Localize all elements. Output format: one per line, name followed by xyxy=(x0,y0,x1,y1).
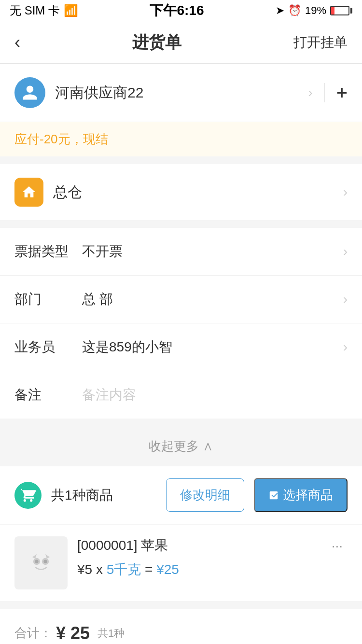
status-right: ➤ ⏰ 19% xyxy=(276,4,352,17)
product-icon xyxy=(14,482,42,509)
supplier-arrow-icon: › xyxy=(308,85,312,100)
status-bar: 无 SIM 卡 📶 下午6:16 ➤ ⏰ 19% xyxy=(0,0,362,21)
warehouse-arrow-icon: › xyxy=(343,184,348,200)
department-value: 总 部 xyxy=(72,290,343,308)
footer-summary: 合计： ¥ 25 共1种 xyxy=(0,609,362,644)
supplier-name: 河南供应商22 xyxy=(55,83,308,103)
remark-row[interactable]: 备注 备注内容 xyxy=(0,371,362,419)
total-label: 合计： xyxy=(14,625,52,642)
product-name: 苹果 xyxy=(141,538,168,553)
remark-label: 备注 xyxy=(14,386,72,404)
warehouse-icon xyxy=(14,178,43,207)
select-product-button[interactable]: 选择商品 xyxy=(254,478,348,512)
department-row[interactable]: 部门 总 部 › xyxy=(0,275,362,323)
quantity: 5千克 xyxy=(107,562,141,577)
content: 河南供应商22 › + 应付-20元，现结 总仓 › 票据类型 不开票 › 部门… xyxy=(0,64,362,609)
invoice-label: 票据类型 xyxy=(14,242,72,261)
status-left: 无 SIM 卡 📶 xyxy=(10,3,78,18)
open-hang-button[interactable]: 打开挂单 xyxy=(293,33,348,52)
salesperson-value: 这是859的小智 xyxy=(72,338,343,356)
alarm-icon: ⏰ xyxy=(288,4,301,17)
svg-point-3 xyxy=(43,560,47,563)
add-supplier-button[interactable]: + xyxy=(336,82,348,104)
total-amount: ¥ 25 xyxy=(56,623,90,644)
unit-price: ¥5 x xyxy=(77,562,107,577)
product-price: ¥5 x 5千克 = ¥25 xyxy=(77,560,317,579)
footer: 合计： ¥ 25 共1种 挂单 结算 xyxy=(0,609,362,644)
total-sub: 共1种 xyxy=(97,626,125,641)
salesperson-row[interactable]: 业务员 这是859的小智 › xyxy=(0,323,362,371)
collapse-button[interactable]: 收起更多 ∧ xyxy=(0,426,362,466)
salesperson-label: 业务员 xyxy=(14,338,72,356)
house-icon xyxy=(21,184,37,200)
nav-bar: ‹ 进货单 打开挂单 xyxy=(0,21,362,64)
invoice-row[interactable]: 票据类型 不开票 › xyxy=(0,228,362,275)
back-button[interactable]: ‹ xyxy=(14,32,20,53)
select-icon xyxy=(268,490,279,501)
wifi-icon: 📶 xyxy=(64,4,78,17)
product-title: [0000001] 苹果 xyxy=(77,536,317,555)
invoice-arrow-icon: › xyxy=(343,244,348,259)
form-card: 票据类型 不开票 › 部门 总 部 › 业务员 这是859的小智 › 备注 备注… xyxy=(0,228,362,419)
battery-percent: 19% xyxy=(305,4,326,17)
product-count: 共1种商品 xyxy=(51,486,156,504)
supplier-row[interactable]: 河南供应商22 › + xyxy=(0,64,362,122)
collapse-label: 收起更多 ∧ xyxy=(149,438,213,455)
equals: = xyxy=(141,562,156,577)
svg-point-2 xyxy=(35,560,38,563)
department-arrow-icon: › xyxy=(343,292,348,307)
product-header: 共1种商品 修改明细 选择商品 xyxy=(0,466,362,524)
product-code: [0000001] xyxy=(77,538,141,553)
notice-banner: 应付-20元，现结 xyxy=(0,122,362,156)
carrier-text: 无 SIM 卡 xyxy=(10,3,60,18)
select-product-label: 选择商品 xyxy=(283,487,333,504)
supplier-card: 河南供应商22 › + 应付-20元，现结 xyxy=(0,64,362,156)
product-info: [0000001] 苹果 ¥5 x 5千克 = ¥25 xyxy=(77,536,317,579)
department-label: 部门 xyxy=(14,290,72,308)
status-time: 下午6:16 xyxy=(150,1,204,20)
product-item: [0000001] 苹果 ¥5 x 5千克 = ¥25 ··· xyxy=(0,525,362,601)
warehouse-card: 总仓 › xyxy=(0,164,362,220)
page-title: 进货单 xyxy=(132,31,181,54)
vertical-divider xyxy=(324,83,325,102)
warehouse-row[interactable]: 总仓 › xyxy=(0,164,362,220)
supplier-avatar xyxy=(14,77,45,108)
remark-input[interactable]: 备注内容 xyxy=(72,386,348,404)
warehouse-name: 总仓 xyxy=(53,182,343,202)
location-icon: ➤ xyxy=(276,4,284,17)
salesperson-arrow-icon: › xyxy=(343,339,348,355)
battery-icon xyxy=(330,6,352,15)
cart-icon xyxy=(20,488,36,503)
product-thumb-icon xyxy=(27,548,56,577)
spacer xyxy=(0,601,362,609)
invoice-value: 不开票 xyxy=(72,242,343,261)
product-more-button[interactable]: ··· xyxy=(327,536,348,556)
edit-detail-button[interactable]: 修改明细 xyxy=(166,478,244,512)
total-price: ¥25 xyxy=(156,562,179,577)
product-thumbnail xyxy=(14,536,68,589)
person-icon xyxy=(21,84,39,101)
